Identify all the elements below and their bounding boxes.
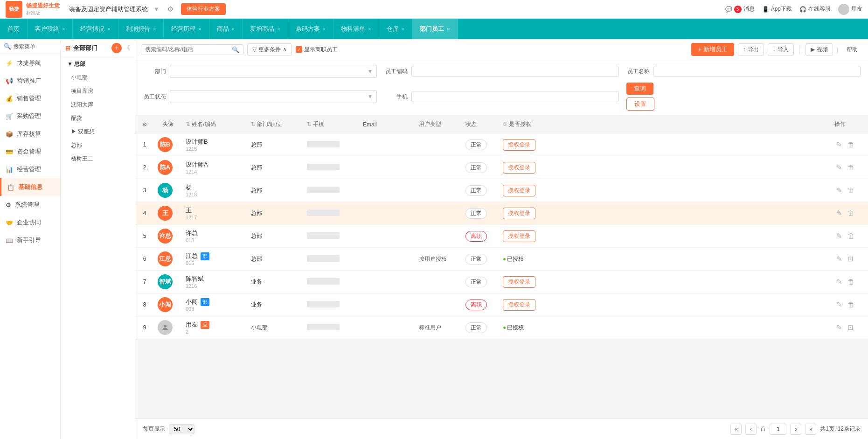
tab-customer[interactable]: 客户联络 × — [28, 19, 73, 39]
tree-item-shenyang[interactable]: 沈阳大库 — [61, 98, 135, 111]
tab-employees[interactable]: 部门员工 × — [412, 19, 458, 39]
dept-filter-select[interactable]: ▼ — [170, 65, 377, 78]
sidebar-item-enterprise[interactable]: 🤝 企业协同 — [0, 214, 60, 231]
emp-code-input[interactable] — [411, 66, 618, 77]
edit-btn[interactable]: ✎ — [834, 162, 844, 173]
sidebar-item-marketing[interactable]: 📢 营销推广 — [0, 72, 60, 90]
delete-btn[interactable]: 🗑 — [846, 185, 856, 195]
sidebar-search-bar[interactable]: 🔍 — [0, 39, 60, 54]
tree-item-distribution[interactable]: 配货 — [61, 111, 135, 125]
tree-item-project-warehouse[interactable]: 项目库房 — [61, 84, 135, 98]
tab-new-goods[interactable]: 新增商品 × — [243, 19, 288, 39]
sidebar-item-operation[interactable]: 📊 经营管理 — [0, 160, 60, 178]
auth-login-btn[interactable]: 授权登录 — [503, 139, 535, 151]
settings-icon[interactable]: ⚙ — [142, 121, 147, 128]
tree-item-small-elec[interactable]: 小电部 — [61, 71, 135, 84]
close-tab-barcode[interactable]: × — [323, 26, 326, 32]
sidebar-item-finance[interactable]: 💳 资金管理 — [0, 143, 60, 160]
tree-add-btn[interactable]: + — [111, 43, 122, 53]
close-tab-warehouse[interactable]: × — [402, 26, 404, 32]
tab-home[interactable]: 首页 — [0, 19, 28, 39]
page-size-select[interactable]: 50 100 — [169, 424, 194, 434]
message-btn[interactable]: 💬 5 消息 — [725, 5, 755, 13]
import-btn[interactable]: ↓ 导入 — [768, 43, 794, 56]
delete-btn[interactable]: 🗑 — [846, 208, 856, 218]
video-btn[interactable]: ▶ 视频 — [806, 43, 833, 56]
tab-barcode[interactable]: 条码方案 × — [288, 19, 333, 39]
close-tab-new-goods[interactable]: × — [277, 26, 280, 32]
gear-icon[interactable]: ⚙ — [167, 5, 174, 14]
sidebar-item-inventory[interactable]: 📦 库存核算 — [0, 125, 60, 143]
close-tab-operation[interactable]: × — [107, 26, 110, 32]
sidebar-item-basic[interactable]: 📋 基础信息 — [0, 178, 60, 196]
auth-login-btn[interactable]: 授权登录 — [503, 185, 535, 196]
tab-goods[interactable]: 商品 × — [209, 19, 243, 39]
query-btn[interactable]: 查询 — [626, 83, 653, 95]
emp-status-select[interactable]: ▼ — [170, 90, 377, 103]
page-number-input[interactable] — [770, 424, 786, 435]
delete-btn[interactable]: 🗑 — [846, 277, 856, 286]
tree-item-double-seat[interactable]: ▶ 双座想 — [61, 125, 135, 139]
tree-item-hq[interactable]: 总部 — [61, 139, 135, 152]
add-employee-btn[interactable]: + 新增员工 — [691, 43, 734, 56]
tab-profit[interactable]: 利润报告 × — [118, 19, 164, 39]
edit-btn[interactable]: ✎ — [834, 231, 844, 241]
edit-btn[interactable]: ✎ — [834, 208, 844, 218]
prev-page-btn[interactable]: ‹ — [745, 424, 757, 435]
auth-login-btn[interactable]: 授权登录 — [503, 162, 535, 174]
edit-btn[interactable]: ✎ — [834, 322, 844, 333]
set-btn[interactable]: 设置 — [626, 98, 654, 111]
delete-btn[interactable]: 🗑 — [846, 139, 856, 149]
export-btn[interactable]: ↑ 导出 — [738, 43, 764, 56]
edit-btn[interactable]: ✎ — [834, 300, 844, 310]
delete-btn[interactable]: 🗑 — [846, 162, 856, 172]
close-tab-profit[interactable]: × — [153, 26, 156, 32]
delete-btn[interactable]: 🗑 — [846, 231, 856, 241]
sidebar-item-shortcut[interactable]: ⚡ 快捷导航 — [0, 54, 60, 72]
close-tab-employees[interactable]: × — [447, 26, 450, 32]
emp-name-input[interactable] — [653, 66, 861, 77]
tab-warehouse[interactable]: 仓库 × — [379, 19, 412, 39]
edit-btn[interactable]: ✎ — [834, 277, 844, 287]
auth-login-btn[interactable]: 授权登录 — [503, 230, 535, 242]
auth-login-btn[interactable]: 授权登录 — [503, 299, 535, 311]
auth-login-btn[interactable]: 授权登录 — [503, 208, 535, 219]
user-btn[interactable]: 用友 — [838, 4, 862, 15]
tab-history[interactable]: 经营历程 × — [164, 19, 209, 39]
edit-btn[interactable]: ✎ — [834, 254, 844, 264]
close-tab-goods[interactable]: × — [232, 26, 235, 32]
next-page-btn[interactable]: › — [790, 424, 801, 435]
tree-item-plant-king[interactable]: 植树王二 — [61, 152, 135, 166]
close-tab-bom[interactable]: × — [368, 26, 371, 32]
tab-operation[interactable]: 经营情况 × — [73, 19, 118, 39]
system-dropdown-icon[interactable]: ▼ — [153, 6, 160, 13]
phone-input[interactable] — [411, 91, 618, 102]
delete-btn[interactable]: ⊡ — [846, 254, 855, 264]
auth-login-btn[interactable]: 授权登录 — [503, 276, 535, 288]
delete-btn[interactable]: ⊡ — [846, 322, 855, 333]
first-page-btn[interactable]: « — [730, 424, 742, 435]
sidebar-item-system[interactable]: ⚙ 系统管理 — [0, 196, 60, 214]
close-tab-customer[interactable]: × — [62, 26, 65, 32]
show-resigned-checkbox[interactable]: ✓ 显示离职员工 — [296, 46, 338, 54]
message-badge: 5 — [734, 6, 742, 13]
app-download-btn[interactable]: 📱 App下载 — [762, 5, 792, 13]
search-input[interactable] — [145, 46, 230, 53]
online-service-btn[interactable]: 🎧 在线客服 — [799, 5, 831, 13]
more-filter-btn[interactable]: ▽ 更多条件 ∧ — [247, 43, 292, 56]
edit-btn[interactable]: ✎ — [834, 185, 844, 195]
sidebar-item-guide[interactable]: 📖 新手引导 — [0, 231, 60, 249]
search-wrapper[interactable]: 🔍 — [141, 44, 243, 55]
trial-button[interactable]: 体验行业方案 — [181, 3, 226, 15]
tree-collapse-btn[interactable]: 《 — [124, 44, 130, 52]
delete-btn[interactable]: 🗑 — [846, 300, 856, 309]
close-tab-history[interactable]: × — [198, 26, 201, 32]
last-page-btn[interactable]: » — [805, 424, 816, 435]
tab-bom[interactable]: 物料清单 × — [333, 19, 379, 39]
edit-btn[interactable]: ✎ — [834, 139, 844, 150]
sidebar-item-sales[interactable]: 💰 销售管理 — [0, 90, 60, 107]
sidebar-item-purchase[interactable]: 🛒 采购管理 — [0, 107, 60, 125]
tree-item-general-hq[interactable]: ▼ 总部 — [61, 57, 135, 71]
help-btn[interactable]: 帮助 — [842, 44, 862, 56]
search-btn-icon[interactable]: 🔍 — [232, 46, 239, 53]
